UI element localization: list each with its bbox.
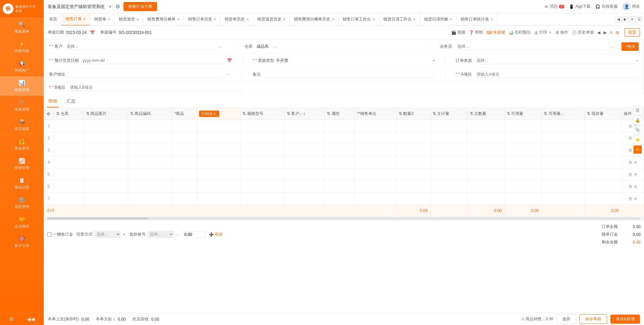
cell-scan-5[interactable] [197, 168, 240, 180]
th-settings[interactable]: ⚙ [44, 108, 54, 120]
tab-daily-workbench[interactable]: 钱货日清工作台 ✕ [379, 13, 420, 26]
cell-goods-3[interactable] [172, 144, 197, 156]
one-click-label[interactable]: 一键收订金 [47, 232, 73, 237]
industry-btn[interactable]: 体验行业方案 [123, 2, 157, 11]
cell-current-7[interactable] [585, 193, 622, 205]
cell-unit-4[interactable] [355, 156, 396, 168]
view-action[interactable]: 🎬 视频 [451, 30, 465, 35]
cell-spec-7[interactable] [240, 193, 285, 205]
sidebar-item-marketing[interactable]: 📢 营销推广 [0, 57, 44, 76]
cell-spec-1[interactable] [240, 120, 285, 132]
cell-image-1[interactable] [84, 120, 128, 132]
delete-icon-2[interactable]: 🗑 [629, 136, 633, 140]
cell-spec-6[interactable] [240, 180, 285, 193]
tab-order-history-close[interactable]: ✕ [214, 17, 216, 21]
th-spec[interactable]: ⇅ 规格型号 [240, 108, 285, 120]
tab-order-workbench-close[interactable]: ✕ [372, 17, 375, 21]
cell-attr-2[interactable] [325, 132, 355, 144]
cell-main-qty-1[interactable] [467, 120, 504, 132]
sidebar-item-quick[interactable]: ⚡ 快捷导航 [0, 37, 44, 57]
cell-scan-4[interactable] [197, 156, 240, 168]
tab-order-workbench[interactable]: 销售订单工作台 ✕ [339, 13, 379, 26]
th-available2[interactable]: ⇅ 可用量... [542, 108, 585, 120]
cell-goods-1[interactable] [172, 120, 197, 132]
delete-icon-7[interactable]: 🗑 [629, 196, 633, 201]
cell-main-unit-6[interactable] [430, 180, 467, 193]
delete-icon-6[interactable]: 🗑 [629, 184, 633, 189]
print-action[interactable]: 🖨 打印 ▼ [534, 30, 552, 35]
cell-scan-3[interactable] [197, 144, 240, 156]
address-input[interactable] [68, 71, 222, 78]
tab-sales-invoice-close[interactable]: ✕ [108, 17, 110, 21]
cell-code-6[interactable] [128, 180, 172, 193]
cell-main-qty-2[interactable] [467, 132, 504, 144]
cell-available2-2[interactable] [542, 132, 585, 144]
tab-reconcile-close[interactable]: ✕ [450, 17, 452, 21]
tab-fee-history[interactable]: 销售费用分摊单历史 ✕ [290, 13, 339, 26]
cell-code-1[interactable] [128, 120, 172, 132]
agent-input[interactable] [455, 43, 605, 50]
tab-return-history[interactable]: 销货退货历史 ✕ [253, 13, 290, 26]
table-tab-summary[interactable]: 汇总 [65, 97, 77, 108]
sidebar-item-operations[interactable]: 📈 经营管理 [0, 154, 44, 174]
copy-icon-6[interactable]: ⊕ [634, 184, 637, 189]
copy-icon-5[interactable]: ⊕ [634, 172, 637, 177]
cell-current-1[interactable] [585, 120, 622, 132]
help-action[interactable]: ❓ 帮助 [469, 30, 483, 35]
cell-warehouse-2[interactable] [54, 132, 84, 144]
cell-image-5[interactable] [84, 168, 128, 180]
cell-qty2-3[interactable] [396, 144, 430, 156]
cell-available2-1[interactable] [542, 120, 585, 132]
th-main-qty[interactable]: ⇅ 主数量 [467, 108, 504, 120]
cell-available2-5[interactable] [542, 168, 585, 180]
cell-available-6[interactable] [505, 180, 542, 193]
app-download-item[interactable]: 📱 App下载 [569, 4, 591, 9]
topbar-settings-icon[interactable]: ⚙ [115, 3, 120, 10]
tab-sales-invoice[interactable]: 销货单 ✕ [90, 13, 115, 26]
cell-customer-6[interactable] [285, 180, 325, 193]
tab-return-close[interactable]: ✕ [136, 17, 139, 21]
tab-close-all-icon[interactable]: ✕ [629, 16, 635, 23]
expand-icon[interactable]: ⊞ [616, 30, 619, 35]
cell-unit-7[interactable] [355, 193, 396, 205]
th-image[interactable]: ⇅ 商品图片 [84, 108, 128, 120]
cell-image-2[interactable] [84, 132, 128, 144]
cell-main-unit-7[interactable] [430, 193, 467, 205]
sidebar-item-sales[interactable]: 📊 销售管理 [0, 76, 44, 96]
cell-customer-4[interactable] [285, 156, 325, 168]
cell-scan-7[interactable] [197, 193, 240, 205]
th-goods[interactable]: *商品 [172, 108, 197, 120]
tab-reconcile[interactable]: 钱货日清对账 ✕ [420, 13, 457, 26]
tab-invoice-history-close[interactable]: ✕ [246, 17, 249, 21]
system-dropdown-icon[interactable]: ▼ [108, 4, 112, 9]
th-customer[interactable]: ⇅ 客户... ℹ [285, 108, 325, 120]
cell-available-1[interactable] [505, 120, 542, 132]
cell-spec-2[interactable] [240, 132, 285, 144]
cell-unit-6[interactable] [355, 180, 396, 193]
cell-main-qty-6[interactable] [467, 180, 504, 193]
cell-qty2-4[interactable] [396, 156, 430, 168]
cell-main-unit-4[interactable] [430, 156, 467, 168]
customer-input[interactable] [65, 43, 214, 50]
cell-warehouse-5[interactable] [54, 168, 84, 180]
tab-return-history-close[interactable]: ✕ [283, 17, 286, 21]
cell-goods-4[interactable] [172, 156, 197, 168]
cell-scan-2[interactable] [197, 132, 240, 144]
remark-input[interactable] [265, 71, 435, 78]
float-btn-lock[interactable]: 🔒 [633, 116, 642, 125]
cell-current-5[interactable] [585, 168, 622, 180]
account-more-icon[interactable]: ··· [175, 232, 179, 237]
sidebar-item-search[interactable]: 🔍 搜索菜单 [0, 18, 44, 37]
cell-customer-2[interactable] [285, 132, 325, 144]
tab-stats-close[interactable]: ✕ [490, 17, 493, 21]
collapse-icon[interactable]: ◀◀ [27, 316, 35, 322]
cell-unit-2[interactable] [355, 132, 396, 144]
tab-menu-icon[interactable]: ☰ [636, 16, 643, 23]
cell-code-2[interactable] [128, 132, 172, 144]
sidebar-item-inventory[interactable]: 📦 库存核算 [0, 115, 44, 135]
delete-icon-1[interactable]: 🗑 [629, 124, 633, 128]
copy-icon-4[interactable]: ⊕ [634, 160, 637, 165]
add-button[interactable]: ➕ 添加 [209, 232, 223, 237]
float-btn-star[interactable]: ⭐ [633, 135, 642, 144]
account-select[interactable]: 选择... [147, 231, 174, 238]
